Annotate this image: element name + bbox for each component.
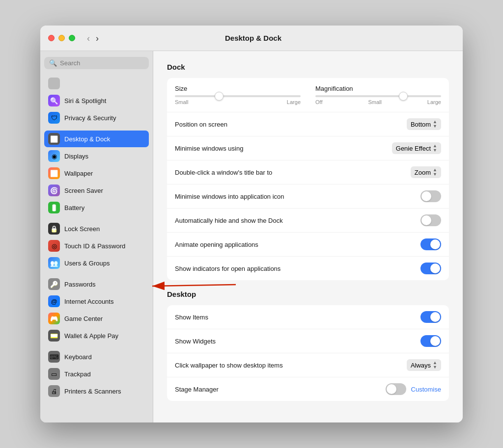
sidebar: 🔍 🔍Siri & Spotlight🛡Privacy & Security⬛D…: [40, 51, 153, 422]
toggle-switch[interactable]: [420, 190, 441, 202]
stepper-control[interactable]: Bottom ▲ ▼: [407, 118, 441, 130]
keyboard-label: Keyboard: [64, 353, 92, 361]
sidebar-item-touch-id[interactable]: ◎Touch ID & Password: [44, 237, 149, 254]
sidebar-item-lock-screen[interactable]: 🔒Lock Screen: [44, 220, 149, 237]
setting-row-click-wallpaper-to-show-desktop-items: Click wallpaper to show desktop items Al…: [167, 353, 449, 377]
sidebar-item-wallpaper[interactable]: 🌄Wallpaper: [44, 165, 149, 182]
system-preferences-window: ‹ › Desktop & Dock 🔍 🔍Siri & Spotlight🛡P…: [40, 26, 463, 422]
sidebar-item-battery[interactable]: 🔋Battery: [44, 199, 149, 216]
section-card-0: Size Small Large Magnification Off Small…: [167, 78, 449, 280]
toggle-knob: [421, 215, 431, 225]
nav-arrows: ‹ ›: [85, 34, 101, 43]
stepper-down-icon: ▼: [433, 172, 437, 177]
maximize-button[interactable]: [69, 35, 75, 41]
wallet-icon: 💳: [48, 330, 60, 342]
desktop-dock-icon: ⬛: [48, 133, 60, 145]
sidebar-item-trackpad[interactable]: ▭Trackpad: [44, 366, 149, 382]
setting-label: Show indicators for open applications: [175, 265, 280, 272]
sidebar-item-privacy-security[interactable]: 🛡Privacy & Security: [44, 109, 149, 126]
lock-screen-icon: 🔒: [48, 223, 60, 235]
game-center-icon: 🎮: [48, 313, 60, 324]
window-title: Desktop & Dock: [101, 34, 406, 42]
displays-icon: ◉: [48, 150, 60, 162]
stepper-down-icon: ▼: [433, 124, 437, 129]
toggle-switch[interactable]: [386, 383, 406, 395]
toggle-switch[interactable]: [420, 214, 441, 226]
game-center-label: Game Center: [64, 315, 103, 322]
magnification-label: Magnification: [315, 85, 441, 92]
toggle-switch[interactable]: [420, 335, 441, 347]
section-card-1: Show ItemsShow WidgetsClick wallpaper to…: [167, 305, 449, 401]
magnification-small-label: Small: [368, 99, 382, 105]
displays-label: Displays: [64, 153, 88, 160]
sidebar-item-partial[interactable]: [44, 75, 149, 92]
back-button[interactable]: ‹: [85, 34, 92, 43]
setting-label: Double-click a window's title bar to: [175, 169, 272, 176]
section-title-1: Desktop: [167, 290, 449, 298]
sidebar-items: 🔍Siri & Spotlight🛡Privacy & Security⬛Des…: [44, 92, 149, 399]
toggle-knob: [430, 239, 440, 249]
sidebar-item-game-center[interactable]: 🎮Game Center: [44, 310, 149, 327]
setting-label: Click wallpaper to show desktop items: [175, 362, 283, 369]
size-min-label: Small: [175, 99, 189, 105]
screen-saver-label: Screen Saver: [64, 187, 103, 194]
sidebar-item-keyboard[interactable]: ⌨Keyboard: [44, 348, 149, 365]
stepper-value: Bottom: [411, 121, 431, 128]
sidebar-item-passwords[interactable]: 🔑Passwords: [44, 276, 149, 292]
stepper-value: Zoom: [415, 169, 431, 176]
sidebar-item-screen-saver[interactable]: 🌀Screen Saver: [44, 182, 149, 199]
setting-label: Show Items: [175, 314, 208, 321]
lock-screen-label: Lock Screen: [64, 225, 100, 233]
toggle-switch[interactable]: [420, 311, 441, 323]
setting-label: Stage Manager: [175, 386, 219, 393]
search-icon: 🔍: [49, 59, 57, 67]
sidebar-item-desktop-dock[interactable]: ⬛Desktop & Dock: [44, 131, 149, 147]
internet-accounts-label: Internet Accounts: [64, 298, 113, 305]
stepper-control[interactable]: Zoom ▲ ▼: [411, 166, 441, 178]
wallet-label: Wallet & Apple Pay: [64, 332, 118, 340]
passwords-icon: 🔑: [48, 278, 60, 290]
minimize-button[interactable]: [58, 35, 65, 41]
sidebar-item-users-groups[interactable]: 👥Users & Groups: [44, 255, 149, 271]
magnification-slider-thumb[interactable]: [399, 92, 408, 101]
stepper-down-icon: ▼: [433, 365, 437, 369]
size-slider-group: Size Small Large: [175, 85, 301, 105]
printers-label: Printers & Scanners: [64, 388, 121, 395]
sidebar-item-printers[interactable]: 🖨Printers & Scanners: [44, 383, 149, 399]
partial-icon: [48, 78, 60, 89]
magnification-slider-track[interactable]: [315, 95, 441, 97]
setting-label: Show Widgets: [175, 338, 216, 345]
search-box[interactable]: 🔍: [44, 57, 149, 69]
stepper-down-icon: ▼: [433, 148, 437, 153]
toggle-switch[interactable]: [420, 238, 441, 250]
privacy-security-icon: 🛡: [48, 112, 60, 124]
search-input[interactable]: [60, 59, 144, 67]
size-slider-thumb[interactable]: [215, 92, 224, 101]
toggle-knob: [430, 264, 440, 273]
sidebar-item-siri-spotlight[interactable]: 🔍Siri & Spotlight: [44, 92, 149, 109]
setting-label: Minimise windows using: [175, 145, 243, 152]
size-label: Size: [175, 85, 301, 92]
touch-id-icon: ◎: [48, 240, 60, 252]
privacy-security-label: Privacy & Security: [64, 114, 116, 122]
close-button[interactable]: [48, 35, 55, 41]
toggle-knob: [421, 191, 431, 201]
sidebar-item-wallet[interactable]: 💳Wallet & Apple Pay: [44, 327, 149, 344]
trackpad-icon: ▭: [48, 368, 60, 380]
sidebar-item-displays[interactable]: ◉Displays: [44, 148, 149, 164]
stepper-control[interactable]: Always ▲ ▼: [407, 359, 441, 371]
toggle-switch[interactable]: [420, 263, 441, 274]
sidebar-item-internet-accounts[interactable]: @Internet Accounts: [44, 293, 149, 310]
setting-row-show-items: Show Items: [167, 305, 449, 329]
stepper-control[interactable]: Genie Effect ▲ ▼: [392, 142, 441, 154]
siri-spotlight-label: Siri & Spotlight: [64, 97, 106, 105]
desktop-dock-label: Desktop & Dock: [64, 135, 110, 143]
forward-button[interactable]: ›: [94, 34, 101, 43]
wallpaper-icon: 🌄: [48, 167, 60, 179]
size-slider-track[interactable]: [175, 95, 301, 97]
customise-button[interactable]: Customise: [411, 386, 441, 393]
battery-icon: 🔋: [48, 202, 60, 213]
printers-icon: 🖨: [48, 385, 60, 397]
toggle-knob: [387, 384, 396, 394]
toggle-knob: [430, 312, 440, 322]
